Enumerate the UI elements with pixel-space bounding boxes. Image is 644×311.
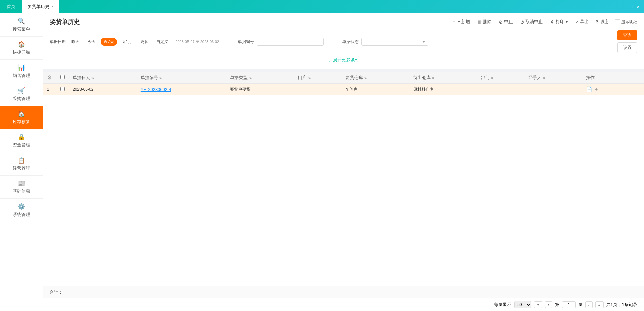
maximize-icon[interactable]: □ [630,4,632,9]
td-handler [524,84,582,95]
th-handler-label: 经手人 [528,75,541,80]
date-filter-group: 单据日期 昨天 今天 近7天 近1月 更多 自定义 2023-05-27 至 2… [50,38,219,46]
td-req-warehouse: 车间库 [341,84,409,95]
th-dept[interactable]: 部门 ⇅ [477,72,525,84]
order-no-link[interactable]: YH-20230602-4 [141,87,171,92]
refresh-button[interactable]: ↻ 刷新 [594,17,612,26]
more-action-icon[interactable]: ⊞ [594,86,599,92]
sidebar-item-basic-info[interactable]: 📰 基础信息 [0,176,43,199]
toolbar: ＋ + 新增 🗑 删除 ⊘ 中止 ⊘ 取消中止 [450,17,637,26]
th-date[interactable]: 单据日期 ⇅ [69,72,137,84]
th-store[interactable]: 门店 ⇅ [294,72,341,84]
sidebar-item-search-menu[interactable]: 🔍 搜索菜单 [0,13,43,37]
per-page-select[interactable]: 50 10 20 100 [514,301,531,308]
edit-action-icon[interactable]: 📄 [586,86,592,92]
sidebar-item-operation[interactable]: 📋 经营管理 [0,152,43,176]
delete-icon: 🗑 [477,19,482,25]
tab-current[interactable]: 要货单历史 × [22,0,59,13]
status-filter-group: 单据状态 [342,38,428,46]
select-all-checkbox[interactable] [60,75,65,79]
th-out-warehouse-label: 待出仓库 [413,75,431,80]
order-no-label: 单据编号 [238,39,254,45]
new-button[interactable]: ＋ + 新增 [450,17,472,26]
order-no-input[interactable] [257,38,324,46]
column-settings-icon[interactable]: ⚙ [47,75,52,80]
suspend-button[interactable]: ⊘ 中止 [497,17,515,26]
row-checkbox[interactable] [60,87,65,91]
purchase-icon: 🛒 [18,87,25,94]
td-order-no[interactable]: YH-20230602-4 [137,84,226,95]
table-wrapper: ⚙ 单据日期 ⇅ 单据编号 ⇅ [43,72,644,286]
sidebar-label-system: 系统管理 [13,212,30,218]
sidebar-item-quick-nav[interactable]: 🏠 快捷导航 [0,37,43,60]
date-buttons: 昨天 今天 近7天 近1月 更多 自定义 [68,38,171,46]
print-button[interactable]: 🖨 打印 ▾ [548,17,570,26]
page-input[interactable] [562,301,576,308]
table-row: 1 2023-06-02 YH-20230602-4 要货单要货 车间库 原材料… [43,84,644,95]
basic-info-icon: 📰 [18,180,25,187]
sidebar-label-basic-info: 基础信息 [13,188,30,194]
main-layout: 🔍 搜索菜单 🏠 快捷导航 📊 销售管理 🛒 采购管理 🏠 库存核算 🔒 资金管… [0,13,644,311]
th-action: 操作 [582,72,644,84]
print-icon: 🖨 [550,19,554,25]
th-order-no[interactable]: 单据编号 ⇅ [137,72,226,84]
th-out-warehouse[interactable]: 待出仓库 ⇅ [409,72,477,84]
expand-more-btn[interactable]: ⌄ 展开更多条件 [50,56,637,64]
expand-label: 展开更多条件 [333,57,359,63]
export-icon: ↗ [575,19,579,25]
cancel-suspend-button[interactable]: ⊘ 取消中止 [518,17,545,26]
date-range-display: 2023-05-27 至 2023-06-02 [175,39,219,44]
filter-actions: 查询 设置 [617,30,637,53]
tab-close-icon[interactable]: × [51,4,54,9]
th-action-label: 操作 [586,75,595,80]
last-page-btn[interactable]: » [595,301,604,308]
date-btn-1month[interactable]: 近1月 [119,38,136,46]
th-type[interactable]: 单据类型 ⇅ [226,72,294,84]
date-btn-yesterday[interactable]: 昨天 [68,38,83,46]
date-btn-custom[interactable]: 自定义 [153,38,171,46]
tab-bar: 首页 要货单历史 × [0,0,621,13]
prev-page-btn[interactable]: ‹ [545,301,552,308]
date-btn-today[interactable]: 今天 [85,38,99,46]
finance-icon: 🔒 [18,133,25,141]
sort-order-icon: ⇅ [159,76,162,80]
status-select[interactable] [361,38,428,46]
next-page-btn[interactable]: › [585,301,593,308]
date-btn-more[interactable]: 更多 [137,38,151,46]
inventory-icon: 🏠 [18,110,25,118]
new-icon: ＋ [452,19,456,25]
cancel-suspend-icon: ⊘ [520,19,524,25]
sidebar-item-finance[interactable]: 🔒 资金管理 [0,129,43,152]
first-page-btn[interactable]: « [534,301,542,308]
td-store [294,84,341,95]
sidebar-item-sales[interactable]: 📊 销售管理 [0,60,43,83]
sidebar-item-inventory[interactable]: 🏠 库存核算 [0,106,43,129]
date-btn-7days[interactable]: 近7天 [101,38,117,46]
total-info: 共1页，1条记录 [606,302,637,308]
sidebar-item-purchase[interactable]: 🛒 采购管理 [0,83,43,106]
sort-store-icon: ⇅ [308,76,311,80]
th-settings: ⚙ [43,72,56,84]
export-button[interactable]: ↗ 导出 [573,17,591,26]
sidebar-label-quick-nav: 快捷导航 [13,49,30,55]
th-handler[interactable]: 经手人 ⇅ [524,72,582,84]
content-area: 要货单历史 ＋ + 新增 🗑 删除 ⊘ 中止 ⊘ [43,13,644,311]
page-title: 要货单历史 [50,18,80,26]
window-close-icon[interactable]: ✕ [636,4,640,9]
print-dropdown-icon: ▾ [566,20,568,24]
td-checkbox [56,84,69,95]
sidebar-item-system[interactable]: ⚙️ 系统管理 [0,199,43,222]
data-table: ⚙ 单据日期 ⇅ 单据编号 ⇅ [43,72,644,95]
display-detail-toggle[interactable]: 显示明细 [615,19,637,25]
minimize-icon[interactable]: — [621,4,626,9]
delete-button[interactable]: 🗑 删除 [475,17,494,26]
tab-home[interactable]: 首页 [0,0,22,13]
th-req-warehouse[interactable]: 要货仓库 ⇅ [341,72,409,84]
sales-icon: 📊 [18,64,25,71]
refresh-icon: ↻ [596,19,600,25]
settings-button[interactable]: 设置 [617,42,637,53]
home-icon: 🏠 [18,41,25,48]
query-button[interactable]: 查询 [617,30,637,40]
sidebar-label-sales: 销售管理 [13,73,30,79]
td-out-warehouse: 原材料仓库 [409,84,477,95]
